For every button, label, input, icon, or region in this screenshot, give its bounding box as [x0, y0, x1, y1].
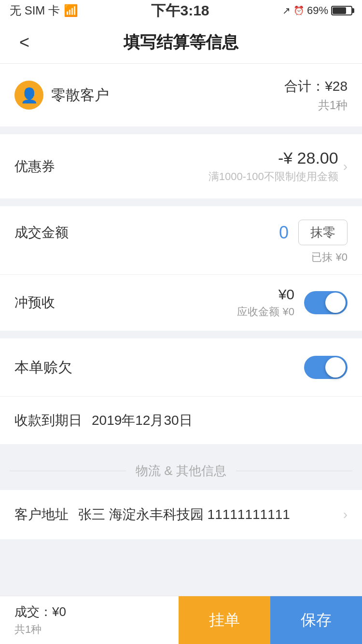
coupon-label: 优惠券: [14, 157, 55, 176]
deal-value: 0: [279, 223, 289, 243]
customer-left: 👤 零散客户: [14, 81, 109, 110]
address-section[interactable]: 客户地址 张三 海淀永丰科技园 11111111111 ›: [0, 490, 362, 539]
pre-receive-label: 冲预收: [14, 294, 55, 312]
bottom-count: 共1种: [14, 622, 164, 637]
page-title: 填写结算等信息: [124, 31, 238, 54]
coupon-discount: -¥ 28.00: [278, 149, 338, 168]
due-date-value: 2019年12月30日: [92, 411, 193, 430]
wifi-icon: 📶: [64, 4, 78, 17]
alarm-icon: ⏰: [293, 5, 304, 16]
nav-bar: < 填写结算等信息: [0, 21, 362, 64]
coupon-row[interactable]: 优惠券 -¥ 28.00 满1000-100不限制使用金额 ›: [0, 134, 362, 198]
bottom-deal-label: 成交：¥0: [14, 603, 164, 620]
pre-right: ¥0 应收金额 ¥0: [237, 286, 348, 319]
avatar-icon: 👤: [20, 87, 38, 104]
pre-amounts: ¥0 应收金额 ¥0: [237, 286, 294, 319]
bottom-bar: 成交：¥0 共1种 挂单 保存: [0, 596, 362, 644]
logistics-separator: 物流 & 其他信息: [0, 452, 362, 490]
address-value: 张三 海淀永丰科技园 11111111111: [78, 505, 338, 524]
status-bar: 无 SIM 卡 📶 下午3:18 ↗ ⏰ 69%: [0, 0, 362, 21]
due-date-label: 收款到期日: [14, 411, 82, 430]
debit-toggle[interactable]: [304, 356, 348, 379]
pre-main-amount: ¥0: [237, 286, 294, 303]
separator-line-left: [10, 471, 126, 471]
debit-row: 本单赊欠: [0, 338, 362, 396]
pre-sub-amount: 应收金额 ¥0: [237, 305, 294, 319]
separator-line-right: [236, 471, 352, 471]
deal-right: 0 抹零: [279, 220, 348, 245]
debit-label: 本单赊欠: [14, 358, 72, 378]
coupon-section[interactable]: 优惠券 -¥ 28.00 满1000-100不限制使用金额 ›: [0, 134, 362, 198]
coupon-desc: 满1000-100不限制使用金额: [209, 169, 338, 184]
address-row[interactable]: 客户地址 张三 海淀永丰科技园 11111111111 ›: [0, 490, 362, 539]
battery-icon: [331, 6, 352, 15]
coupon-right: -¥ 28.00 满1000-100不限制使用金额 ›: [209, 149, 348, 184]
round-zero-button[interactable]: 抹零: [298, 220, 348, 245]
already-erased: 已抹 ¥0: [0, 250, 362, 274]
debit-toggle-knob: [325, 357, 346, 378]
save-button[interactable]: 保存: [270, 596, 362, 644]
coupon-values: -¥ 28.00 满1000-100不限制使用金额: [209, 149, 338, 184]
chevron-right-icon: ›: [343, 159, 348, 174]
customer-row: 👤 零散客户 合计：¥28 共1种: [0, 64, 362, 126]
total-count: 共1种: [284, 98, 348, 113]
sim-label: 无 SIM 卡: [10, 3, 60, 18]
debit-section: 本单赊欠 收款到期日 2019年12月30日: [0, 338, 362, 444]
status-right: ↗ ⏰ 69%: [282, 4, 352, 17]
deal-amount-label: 成交金额: [14, 224, 69, 242]
pre-receive-row: 冲预收 ¥0 应收金额 ¥0: [0, 274, 362, 331]
separator-text: 物流 & 其他信息: [136, 462, 226, 479]
bottom-deal-value: ¥0: [52, 604, 66, 619]
due-date-row: 收款到期日 2019年12月30日: [0, 396, 362, 444]
battery-percent: 69%: [307, 4, 328, 17]
bottom-info: 成交：¥0 共1种: [0, 596, 179, 644]
customer-section: 👤 零散客户 合计：¥28 共1种: [0, 64, 362, 126]
hold-button[interactable]: 挂单: [179, 596, 270, 644]
address-label: 客户地址: [14, 505, 69, 524]
customer-name: 零散客户: [51, 85, 109, 105]
customer-right: 合计：¥28 共1种: [284, 77, 348, 113]
back-button[interactable]: <: [14, 28, 34, 57]
deal-section: 成交金额 0 抹零 已抹 ¥0 冲预收 ¥0 应收金额 ¥0: [0, 206, 362, 331]
total-amount: 合计：¥28: [284, 77, 348, 96]
status-left: 无 SIM 卡 📶: [10, 3, 78, 18]
bottom-deal-prefix: 成交：: [14, 604, 52, 619]
location-icon: ↗: [282, 5, 291, 16]
content: 👤 零散客户 合计：¥28 共1种 优惠券 -¥ 28.00 满1000-100…: [0, 64, 362, 600]
status-time: 下午3:18: [151, 1, 209, 21]
deal-amount-row: 成交金额 0 抹零: [0, 206, 362, 250]
address-chevron-icon: ›: [343, 507, 348, 522]
toggle-knob: [325, 293, 346, 313]
customer-avatar: 👤: [14, 81, 43, 110]
pre-receive-toggle[interactable]: [304, 291, 348, 314]
